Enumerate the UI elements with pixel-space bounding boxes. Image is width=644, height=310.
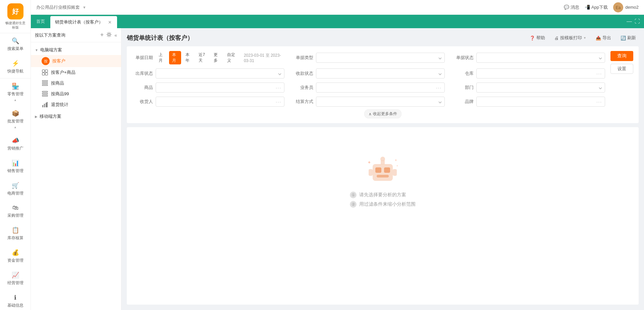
filter-receipt-status: 收款状态 xyxy=(292,68,445,79)
left-panel-title: 按以下方案查询 xyxy=(35,32,65,38)
svg-rect-8 xyxy=(42,83,48,84)
print-icon: 🖨 xyxy=(554,36,559,41)
tree-child-return-stats[interactable]: 退货统计 xyxy=(31,99,121,110)
tab-bar-end: — ⛶ xyxy=(627,18,644,24)
salesperson-input[interactable]: ··· xyxy=(316,83,445,93)
sidebar-item-search[interactable]: 🔍 搜索菜单 xyxy=(0,33,31,56)
svg-rect-11 xyxy=(42,93,48,94)
sidebar-item-operations[interactable]: 📈 经营管理 xyxy=(0,267,31,290)
tree-child-product99[interactable]: 按商品99 xyxy=(31,89,121,99)
search-button[interactable]: 查询 xyxy=(610,51,633,61)
brand-input[interactable]: ··· xyxy=(476,97,605,107)
receiver-input[interactable]: ··· xyxy=(156,97,284,107)
settings-scheme-button[interactable] xyxy=(106,32,112,38)
tree-desktop-group[interactable]: ▼ 电脑端方案 xyxy=(31,45,121,55)
sidebar-item-basics[interactable]: ℹ 基础信息 xyxy=(0,290,31,310)
tab-sales-stats[interactable]: 销货单统计表（按客户） ✕ xyxy=(50,16,117,28)
export-label: 导出 xyxy=(602,35,611,41)
settings-button[interactable]: 设置 xyxy=(610,64,633,74)
date-tab-custom[interactable]: 自定义 xyxy=(224,51,239,64)
empty-tip-1: ① 请先选择要分析的方案 xyxy=(350,192,416,198)
left-panel: 按以下方案查询 + « ▼ 电脑端方案 按 按客户 xyxy=(31,28,121,310)
product-input[interactable]: ··· xyxy=(156,83,284,93)
sidebar-item-label: 采购管理 xyxy=(7,213,23,218)
out-status-dropdown-icon xyxy=(278,71,281,76)
sidebar-item-retail[interactable]: 🏪 零售管理 ▲ xyxy=(0,78,31,106)
settlement-select[interactable] xyxy=(316,97,445,107)
tree-collapse-arrow: ▶ xyxy=(35,115,38,118)
date-tab-more[interactable]: 更多 xyxy=(211,51,223,64)
date-tab-this-year[interactable]: 本年 xyxy=(182,51,195,64)
tree-child-label: 按商品 xyxy=(51,80,64,86)
sidebar-item-label: 库存核算 xyxy=(7,235,23,241)
receipt-status-select[interactable] xyxy=(316,68,445,79)
minimize-button[interactable]: — xyxy=(627,18,632,24)
collapse-panel-button[interactable]: « xyxy=(114,33,117,38)
svg-point-2 xyxy=(108,34,110,36)
tree-child-by-product[interactable]: 按商品 xyxy=(31,78,121,89)
date-tab-last-month[interactable]: 上月 xyxy=(156,51,168,64)
tree-child-label: 按商品99 xyxy=(51,91,69,97)
tip-num-2: ② xyxy=(350,201,357,208)
tree-section: ▼ 电脑端方案 按 按客户 按客户+商品 按商品 xyxy=(31,42,121,124)
tree-mobile-group[interactable]: ▶ 移动端方案 xyxy=(31,111,121,121)
by-customer-icon: 按 xyxy=(42,57,50,65)
message-button[interactable]: 💬 消息 xyxy=(564,4,579,10)
export-button[interactable]: 📤 导出 xyxy=(593,34,614,42)
tip-num-1: ① xyxy=(350,192,357,198)
refresh-button[interactable]: 🔄 刷新 xyxy=(618,34,639,42)
customer-product-icon xyxy=(42,69,48,76)
tab-home[interactable]: 首页 xyxy=(31,15,50,28)
tab-close-button[interactable]: ✕ xyxy=(107,19,112,25)
sidebar-item-marketing[interactable]: 📣 营销推广 xyxy=(0,133,31,155)
product99-icon xyxy=(42,91,48,97)
sidebar-item-quick-nav[interactable]: ⚡ 快捷导航 xyxy=(0,56,31,78)
industry-dropdown-icon[interactable]: ▼ xyxy=(83,5,86,9)
doc-status-select[interactable] xyxy=(476,53,605,63)
sidebar-item-ecommerce[interactable]: 🛒 电商管理 xyxy=(0,178,31,200)
tree-child-by-customer[interactable]: 按 按客户 xyxy=(31,55,121,67)
svg-rect-9 xyxy=(42,85,48,86)
sidebar: 好 畅捷通好生意标版 🔍 搜索菜单 ⚡ 快捷导航 🏪 零售管理 ▲ 📦 批发管理… xyxy=(0,0,31,310)
filter-row-3: 商品 ··· 业务员 ··· xyxy=(132,83,605,93)
date-tab-this-month[interactable]: 本月 xyxy=(169,51,181,64)
print-button[interactable]: 🖨 按模板打印 ▼ xyxy=(552,34,589,42)
export-icon: 📤 xyxy=(596,36,601,41)
out-status-label: 出库状态 xyxy=(132,70,156,76)
industry-label: 办公用品行业模拟账套 xyxy=(36,4,80,10)
collapse-button[interactable]: ∧ 收起更多条件 xyxy=(364,109,401,118)
sidebar-item-label: 电商管理 xyxy=(7,191,23,196)
receipt-status-label: 收款状态 xyxy=(292,70,316,76)
date-tab-7days[interactable]: 近7天 xyxy=(196,51,209,64)
filter-row-2: 出库状态 收款状态 xyxy=(132,68,605,79)
warehouse-input[interactable]: ··· xyxy=(476,68,605,79)
svg-point-24 xyxy=(380,157,385,161)
by-product-icon xyxy=(42,80,48,87)
help-button[interactable]: ❓ 帮助 xyxy=(527,34,548,42)
department-select[interactable] xyxy=(476,83,605,93)
sidebar-item-finance[interactable]: 💰 资金管理 xyxy=(0,245,31,267)
tree-child-label: 退货统计 xyxy=(51,102,68,108)
sidebar-item-purchase[interactable]: 🛍 采购管理 xyxy=(0,200,31,222)
out-status-select[interactable] xyxy=(156,68,284,79)
svg-rect-18 xyxy=(375,167,381,173)
sidebar-item-sales[interactable]: 📊 销售管理 xyxy=(0,155,31,178)
logo-icon: 好 xyxy=(7,3,23,19)
message-label: 消息 xyxy=(571,4,579,10)
sidebar-item-wholesale[interactable]: 📦 批发管理 ▲ xyxy=(0,106,31,133)
sidebar-item-inventory[interactable]: 📋 库存核算 xyxy=(0,222,31,245)
svg-rect-16 xyxy=(47,102,48,107)
tree-child-customer-product[interactable]: 按客户+商品 xyxy=(31,67,121,78)
maximize-button[interactable]: ⛶ xyxy=(635,18,640,24)
sidebar-item-label: 经营管理 xyxy=(7,280,23,286)
retail-icon: 🏪 xyxy=(12,83,19,90)
svg-rect-7 xyxy=(42,81,48,82)
user-area[interactable]: Ea demo2 xyxy=(613,2,639,12)
doc-type-select[interactable] xyxy=(316,53,445,63)
app-download-button[interactable]: 📲 App下载 xyxy=(585,4,608,10)
header-right: 💬 消息 📲 App下载 Ea demo2 xyxy=(564,2,639,12)
add-scheme-button[interactable]: + xyxy=(100,32,104,39)
doc-status-dropdown-icon xyxy=(599,55,602,60)
salesperson-label: 业务员 xyxy=(292,85,316,91)
page-title-bar: 销货单统计表（按客户） ❓ 帮助 🖨 按模板打印 ▼ 📤 导出 xyxy=(127,34,639,42)
